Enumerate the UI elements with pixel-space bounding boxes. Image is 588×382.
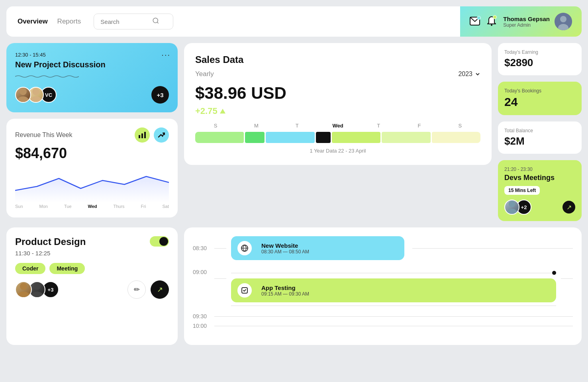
header-left: Overview Reports xyxy=(6,6,460,37)
event-time-0: 08:30 AM — 08:50 AM xyxy=(261,249,309,255)
svg-point-14 xyxy=(509,201,515,207)
website-icon xyxy=(237,241,252,255)
meeting-time: 12:30 - 15:45 xyxy=(15,52,169,58)
share-button[interactable]: ↗ xyxy=(151,280,169,299)
svg-point-15 xyxy=(507,209,517,215)
sales-year-selector[interactable]: 2023 xyxy=(458,71,480,78)
more-menu-button[interactable]: ··· xyxy=(161,50,171,59)
left-column: ··· 12:30 - 15:45 New Project Discussion… xyxy=(6,43,178,221)
wday-m: M xyxy=(236,123,276,129)
pd-avatars: +3 xyxy=(15,281,56,298)
line-after-2 xyxy=(231,306,556,306)
meeting-title: New Project Discussion xyxy=(15,60,169,69)
week-days: S M T Wed T F S xyxy=(195,123,480,129)
change-arrow-icon xyxy=(220,109,225,114)
mail-badge xyxy=(477,16,481,20)
svg-point-5 xyxy=(560,16,566,22)
search-input[interactable] xyxy=(100,18,148,25)
bottom-row: Product Design 11:30 - 12:25 Coder Meeti… xyxy=(6,227,582,345)
wday-wed: Wed xyxy=(318,123,358,129)
bookings-value: 24 xyxy=(504,95,575,109)
revenue-label: Revenue This Week xyxy=(15,131,72,139)
devs-avatar-1 xyxy=(504,200,519,215)
svg-point-19 xyxy=(31,292,43,298)
schedule-row-1000: 10:00 xyxy=(193,323,573,329)
svg-point-16 xyxy=(20,283,27,290)
header: Overview Reports xyxy=(6,6,582,37)
event-app-testing[interactable]: App Testing 09:15 AM — 09:30 AM xyxy=(231,278,556,302)
product-design-card: Product Design 11:30 - 12:25 Coder Meeti… xyxy=(6,227,178,345)
wbar-3 xyxy=(266,132,314,143)
revenue-chart xyxy=(15,167,169,202)
sales-change: +2.75 xyxy=(195,106,480,116)
devs-arrow-button[interactable]: ↗ xyxy=(563,201,575,214)
day-sat: Sat xyxy=(162,204,169,209)
svg-point-3 xyxy=(491,24,492,26)
balance-card: Total Balance $2M xyxy=(498,121,582,154)
meeting-avatars: VC +3 xyxy=(15,86,169,104)
day-sun: Sun xyxy=(15,204,23,209)
svg-line-1 xyxy=(157,22,159,23)
wday-f: F xyxy=(399,123,439,129)
time-0830: 08:30 xyxy=(193,245,210,251)
devs-footer: +2 ↗ xyxy=(504,200,575,215)
devs-meeting-card: 21:20 - 23:30 Devs Meetings 15 Mins Left… xyxy=(498,160,582,221)
event-time-1: 09:15 AM — 09:30 AM xyxy=(261,291,309,297)
pd-footer: +3 ✏ ↗ xyxy=(15,280,169,299)
avatar-1 xyxy=(15,87,31,103)
schedule-dot xyxy=(552,271,556,275)
main-nav: Overview Reports xyxy=(18,6,81,37)
bookings-label: Today's Bookings xyxy=(504,88,575,94)
schedule-row-0900: 09:00 App Testing 09:15 AM — 09:30 AM xyxy=(193,267,573,306)
pd-actions: ✏ ↗ xyxy=(127,280,169,299)
svg-point-10 xyxy=(30,96,41,103)
bell-badge xyxy=(493,15,497,19)
app-testing-icon xyxy=(237,283,252,298)
revenue-icons xyxy=(135,127,169,143)
search-icon xyxy=(152,17,159,26)
tag-meeting: Meeting xyxy=(49,263,85,274)
earning-value: $2890 xyxy=(504,57,575,69)
bar-chart-icon[interactable] xyxy=(135,127,150,143)
line-end xyxy=(561,278,573,279)
wbar-2 xyxy=(245,132,265,143)
wday-t2: T xyxy=(358,123,399,129)
toggle-knob xyxy=(159,237,168,246)
svg-point-8 xyxy=(18,96,29,103)
day-wed: Wed xyxy=(88,204,97,209)
earning-label: Today's Earning xyxy=(504,49,575,55)
bell-button[interactable] xyxy=(487,16,496,27)
user-info: Thomas Gepsan Super Admin xyxy=(503,13,572,30)
devs-time: 21:20 - 23:30 xyxy=(504,167,575,172)
event-new-website[interactable]: New Website 08:30 AM — 08:50 AM xyxy=(231,236,404,260)
wbar-1 xyxy=(195,132,244,143)
mail-button[interactable] xyxy=(470,17,480,27)
wbar-7 xyxy=(432,132,480,143)
line-2 xyxy=(214,278,226,279)
tag-coder: Coder xyxy=(15,263,45,274)
nav-overview[interactable]: Overview xyxy=(18,6,48,37)
toggle-switch[interactable] xyxy=(150,236,169,247)
user-role: Super Admin xyxy=(503,22,550,28)
time-1000: 10:00 xyxy=(193,323,210,329)
toggle-container[interactable] xyxy=(150,236,169,247)
wbar-6 xyxy=(382,132,430,143)
line-after-1 xyxy=(412,248,573,249)
devs-title: Devs Meetings xyxy=(504,174,575,182)
svg-rect-13 xyxy=(144,132,146,138)
search-box[interactable] xyxy=(94,14,173,29)
edit-button[interactable]: ✏ xyxy=(127,280,146,299)
line-1 xyxy=(214,248,226,249)
svg-point-18 xyxy=(33,283,41,290)
wbar-4 xyxy=(316,132,331,143)
time-0900: 09:00 xyxy=(193,269,210,275)
week-bars xyxy=(195,132,480,143)
user-name: Thomas Gepsan xyxy=(503,16,550,22)
pd-title: Product Design xyxy=(15,236,169,247)
nav-reports[interactable]: Reports xyxy=(57,6,81,37)
schedule-row-0830: 08:30 New Website 08:30 AM — 08:50 AM xyxy=(193,236,573,260)
wbar-5 xyxy=(332,132,380,143)
arrow-trend-icon[interactable] xyxy=(154,127,169,143)
earning-card: Today's Earning $2890 xyxy=(498,43,582,75)
mins-badge: 15 Mins Left xyxy=(504,186,540,195)
